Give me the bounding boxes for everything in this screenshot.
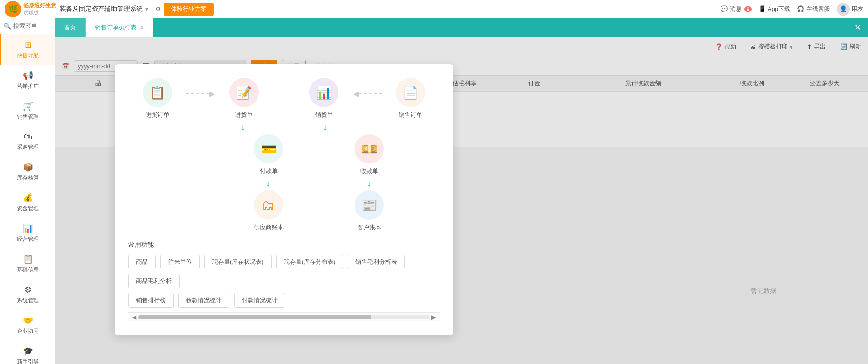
sales-icon: 🛒	[23, 101, 33, 111]
close-window-btn[interactable]: ✕	[847, 22, 868, 33]
sidebar-item-system[interactable]: ⚙ 系统管理	[0, 279, 55, 310]
down-arrow-payment: ↓	[267, 179, 271, 189]
func-btn-sales-ranking[interactable]: 销售排行榜	[128, 293, 174, 308]
quick-nav-icon: ⊞	[25, 40, 32, 50]
spacer-row4-1	[128, 179, 202, 189]
flow-circle-payment[interactable]: 💳	[254, 134, 283, 163]
message-icon: 💬	[721, 5, 728, 12]
tab-close-btn[interactable]: ×	[140, 24, 144, 31]
sidebar-item-label-sales: 销售管理	[17, 113, 39, 121]
sidebar-item-inventory[interactable]: 📦 库存核算	[0, 157, 55, 187]
flow-label-purchase-bill: 进货单	[235, 111, 253, 119]
sidebar-item-label-system: 系统管理	[17, 297, 39, 304]
spacer-row2-arrow2	[355, 123, 380, 132]
flow-circle-sales-order[interactable]: 📄	[396, 78, 425, 107]
arrow-down-receipt: ↓	[333, 179, 406, 189]
flow-circle-supplier-ledger[interactable]: 🗂	[254, 190, 283, 220]
operations-icon: 📊	[23, 223, 33, 234]
system-title-text: 装备及固定资产辅助管理系统	[60, 5, 143, 13]
func-btn-payment-stats[interactable]: 付款情况统计	[234, 293, 285, 308]
sidebar-item-newbie[interactable]: 🎓 新手引导	[0, 341, 55, 364]
spacer-row4-arrow1	[202, 179, 232, 189]
enterprise-icon: 🤝	[23, 315, 33, 326]
system-dropdown-icon[interactable]: ▾	[145, 5, 148, 13]
app-download-item[interactable]: 📱 App下载	[759, 5, 790, 13]
sidebar-item-operations[interactable]: 📊 经营管理	[0, 218, 55, 249]
func-btn-inventory-dist[interactable]: 现存量(库存分布表)	[276, 255, 344, 269]
scroll-track[interactable]	[138, 315, 430, 319]
sidebar-item-marketing[interactable]: 📢 营销推广	[0, 65, 55, 96]
arrow-down-payment: ↓	[232, 179, 305, 189]
flow-label-receipt: 收款单	[360, 167, 378, 175]
sidebar-item-purchase[interactable]: 🛍 采购管理	[0, 126, 55, 157]
sidebar-item-sales[interactable]: 🛒 销售管理	[0, 96, 55, 126]
flow-circle-purchase-bill[interactable]: 📝	[229, 78, 259, 107]
message-label: 消息	[730, 5, 742, 13]
sidebar-item-label-purchase: 采购管理	[17, 143, 39, 151]
modal-overlay[interactable]: 📋 进货订单 ▶	[55, 37, 868, 364]
settings-icon[interactable]: ⚙	[155, 5, 161, 13]
spacer-row2-arrow1	[188, 123, 213, 132]
sidebar-item-label-marketing: 营销推广	[17, 82, 39, 90]
scroll-right-arrow[interactable]: ▶	[430, 314, 437, 321]
flow-circle-sales-bill[interactable]: 📊	[309, 78, 338, 107]
sidebar-search[interactable]: 🔍 搜索菜单	[0, 18, 55, 34]
flow-circle-receipt[interactable]: 💴	[355, 134, 384, 163]
flow-label-sales-order: 销售订单	[399, 111, 422, 119]
basic-icon: 📋	[23, 254, 33, 264]
sidebar-item-basic[interactable]: 📋 基础信息	[0, 249, 55, 279]
app-container: 🌿 畅康通好生意 玩赚版 装备及固定资产辅助管理系统 ▾ ⚙ 体验行业方案 💬 …	[0, 0, 868, 364]
sidebar-item-enterprise[interactable]: 🤝 企业协同	[0, 310, 55, 341]
flow-col-3: 📊 销货单	[295, 78, 353, 119]
flow-col-2: 📝 进货单	[215, 78, 273, 119]
func-btn-product[interactable]: 商品	[128, 255, 156, 269]
func-btn-row2: 销售排行榜 收款情况统计 付款情况统计	[128, 293, 440, 308]
online-service-label: 在线客服	[806, 5, 830, 13]
newbie-icon: 🎓	[23, 346, 33, 356]
flow-label-purchase-order: 进货订单	[146, 111, 169, 119]
func-btn-sales-profit-analysis[interactable]: 销售毛利分析表	[348, 255, 405, 269]
finance-icon: 💰	[23, 193, 33, 203]
flow-arrow-2: ◀	[353, 89, 382, 108]
scroll-thumb[interactable]	[138, 315, 371, 319]
down-arrow-purchase-bill: ↓	[241, 123, 245, 132]
sidebar-search-label: 搜索菜单	[13, 22, 37, 30]
func-btn-inventory-status[interactable]: 现存量(库存状况表)	[204, 255, 272, 269]
sidebar-item-finance[interactable]: 💰 资金管理	[0, 187, 55, 218]
logo-area: 🌿 畅康通好生意 玩赚版	[5, 1, 60, 17]
logo-text: 畅康通好生意 玩赚版	[23, 2, 56, 16]
right-content: ❓ 帮助 🖨 按模板打印 ▾ ⬆ 导出	[55, 37, 868, 364]
trial-button[interactable]: 体验行业方案	[164, 3, 214, 16]
sidebar: 🔍 搜索菜单 ⊞ 快捷导航 📢 营销推广 🛒 销售管理 🛍 采购管理 📦	[0, 18, 55, 364]
avatar: 👤	[837, 3, 850, 16]
sidebar-item-quick-nav[interactable]: ⊞ 快捷导航	[0, 34, 55, 65]
phone-icon: 📱	[759, 5, 766, 12]
message-item[interactable]: 💬 消息 6	[721, 5, 752, 13]
sidebar-item-label-operations: 经营管理	[17, 235, 39, 243]
flow-circle-customer-ledger[interactable]: 📰	[355, 190, 384, 220]
purchase-icon: 🛍	[24, 132, 32, 141]
common-functions-title: 常用功能	[128, 241, 440, 249]
spacer-row2-2	[273, 123, 295, 132]
tab-current-label: 销售订单执行表	[95, 23, 136, 32]
func-btn-product-profit-analysis[interactable]: 商品毛利分析	[128, 274, 180, 288]
flow-label-sales-bill: 销货单	[315, 111, 333, 119]
inventory-icon: 📦	[23, 162, 33, 172]
system-title: 装备及固定资产辅助管理系统 ▾ ⚙ 体验行业方案	[60, 3, 721, 16]
func-btn-counterpart[interactable]: 往来单位	[160, 255, 200, 269]
func-btn-row1: 商品 往来单位 现存量(库存状况表) 现存量(库存分布表) 销售毛利分析表 商品…	[128, 255, 440, 288]
message-badge: 6	[744, 6, 752, 12]
flow-circle-purchase-order[interactable]: 📋	[143, 78, 172, 107]
spacer-row2-3	[380, 123, 440, 132]
func-btn-receipt-stats[interactable]: 收款情况统计	[178, 293, 229, 308]
scroll-left-arrow[interactable]: ◀	[131, 314, 138, 321]
tab-home[interactable]: 首页	[55, 18, 86, 37]
flow-col-receipt: 💴 收款单	[333, 134, 406, 175]
user-area[interactable]: 👤 用友	[837, 3, 863, 16]
main-area: 🔍 搜索菜单 ⊞ 快捷导航 📢 营销推广 🛒 销售管理 🛍 采购管理 📦	[0, 18, 868, 364]
online-service-item[interactable]: 🎧 在线客服	[797, 5, 830, 13]
tab-current[interactable]: 销售订单执行表 ×	[86, 18, 153, 37]
spacer-row4-2	[305, 179, 333, 189]
sidebar-item-label-newbie: 新手引导	[17, 358, 39, 364]
headset-icon: 🎧	[797, 5, 804, 12]
